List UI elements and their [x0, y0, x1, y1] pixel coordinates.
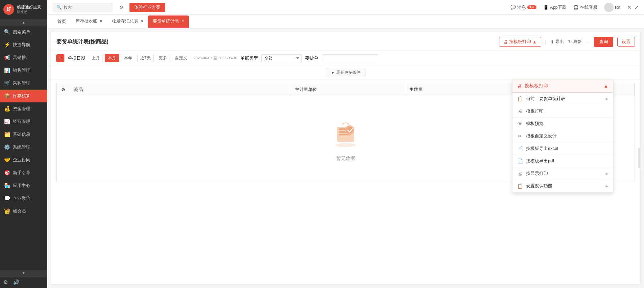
expand-more-btn[interactable]: ▼ 展开更多条件 [326, 68, 365, 77]
refresh-btn[interactable]: ↻ 刷新 [568, 39, 582, 45]
th-settings[interactable]: ⚙ [57, 84, 70, 96]
user-name: Rit [615, 5, 620, 10]
default-icon: 📋 [517, 183, 523, 189]
order-type-label: 要货单 [305, 55, 318, 61]
export-excel-label: 按模板导出excel [526, 146, 558, 152]
export-btn-label: 导出 [555, 39, 564, 45]
dropdown-item-export-pdf[interactable]: 📄 按模板导出pdf [513, 155, 613, 167]
dropdown-item-template-design[interactable]: ✏ 模板自定义设计 [513, 130, 613, 142]
settings-btn[interactable]: 设置 [617, 37, 635, 47]
tab-home[interactable]: 首页 [53, 16, 71, 27]
printer-icon: 🖨 [503, 39, 508, 44]
inventory-icon: 📦 [4, 93, 10, 99]
print-btn[interactable]: 🖨 按模板打印 ▲ [499, 37, 541, 47]
date-year-btn[interactable]: 本年 [121, 54, 135, 62]
sidebar-item-apps[interactable]: 🏪 应用中心 [0, 179, 47, 192]
empty-illustration [329, 117, 362, 150]
window-close-button[interactable]: ✕ [627, 4, 632, 10]
template-print-label: 模板打印 [526, 108, 544, 114]
date-more-btn[interactable]: 更多 [156, 54, 170, 62]
sidebar-item-marketing[interactable]: 📢 营销推广 [0, 51, 47, 64]
sidebar-item-operations[interactable]: 📈 经营管理 [0, 115, 47, 128]
filter-expand-toggle[interactable]: » [56, 54, 64, 62]
logo-sub: 标准版 [17, 10, 41, 14]
dropdown-item-export-excel[interactable]: 📄 按模板导出excel [513, 142, 613, 155]
sidebar-item-inventory[interactable]: 📦 库存核算 [0, 90, 47, 102]
app-download-item[interactable]: 📱 App下载 [543, 4, 566, 10]
sidebar-item-system[interactable]: ⚙️ 系统管理 [0, 141, 47, 154]
set-default-label: 设置默认功能 [526, 183, 552, 189]
sidebar-item-sales[interactable]: 📊 销售管理 [0, 64, 47, 77]
sidebar-item-guide[interactable]: 🎯 新手引导 [0, 166, 47, 179]
tab-close-icon[interactable]: ✕ [181, 19, 184, 23]
date-7days-btn[interactable]: 近7天 [137, 54, 154, 62]
sidebar-item-wechat[interactable]: 💬 企业微信 [0, 192, 47, 205]
sidebar-item-label: 应用中心 [13, 183, 30, 189]
sidebar-item-purchase[interactable]: 🛒 采购管理 [0, 77, 47, 90]
page-actions: 🖨 按模板打印 ▲ | ⬆ 导出 ↻ 刷新 ··· 查询 设置 [499, 37, 635, 47]
tab-close-icon[interactable]: ✕ [99, 19, 103, 23]
sidebar-scroll-up[interactable]: ▲ [0, 19, 47, 26]
sidebar-scroll-down[interactable]: ▼ [0, 270, 47, 276]
dropdown-header[interactable]: 🖨 按模板打印 ▲ [513, 79, 613, 93]
sidebar-item-quick-nav[interactable]: ⚡ 快捷导航 [0, 38, 47, 51]
sidebar-item-finance[interactable]: 💰 资金管理 [0, 102, 47, 115]
sidebar-item-membership[interactable]: 👑 畅会员 [0, 205, 47, 218]
dropdown-section-display-print[interactable]: 🖨 按显示打印 ▶ [513, 167, 613, 180]
type-select[interactable]: 全部 [261, 54, 302, 62]
guide-icon: 🎯 [4, 170, 10, 176]
page-content: 要货单统计表(按商品) 🖨 按模板打印 ▲ | ⬆ 导出 ↻ 刷新 [47, 28, 644, 288]
date-current-btn[interactable]: 本月 [105, 54, 119, 62]
sidebar-item-label: 新手引导 [13, 170, 30, 176]
order-type-input[interactable] [322, 54, 378, 62]
sidebar-item-search[interactable]: 🔍 搜索菜单 [0, 26, 47, 38]
user-avatar-item[interactable]: Rit [604, 3, 620, 12]
dropdown-current-template[interactable]: 📋 当前：要货单统计表 ▶ [513, 93, 613, 105]
tab-inventory-batch[interactable]: 库存批次账 ✕ [71, 15, 107, 28]
online-service-item[interactable]: 🎧 在线客服 [573, 4, 597, 10]
industry-btn[interactable]: 体验行业方案 [129, 3, 165, 12]
page-title: 要货单统计表(按商品) [56, 38, 109, 45]
window-maximize-button[interactable]: ⤢ [634, 4, 639, 10]
dropdown-item-template-print[interactable]: 🖨 模板打印 [513, 105, 613, 118]
topbar-search[interactable]: 🔍 [53, 3, 113, 11]
resize-handle[interactable] [638, 148, 640, 168]
query-btn[interactable]: 查询 [594, 37, 613, 47]
sidebar-item-label: 企业微信 [13, 195, 30, 201]
template-design-label: 模板自定义设计 [526, 133, 557, 139]
topbar-gear-icon[interactable]: ⚙ [117, 3, 125, 11]
tab-close-icon[interactable]: ✕ [140, 19, 143, 23]
svg-point-7 [342, 123, 344, 125]
dropdown-item-template-preview[interactable]: 👁 模板预览 [513, 118, 613, 130]
export-btn[interactable]: ⬆ 导出 [550, 39, 564, 45]
sidebar-item-label: 基础信息 [13, 131, 30, 137]
tab-receivables[interactable]: 收发存汇总表 ✕ [107, 15, 148, 28]
speaker-icon[interactable]: 🔊 [13, 279, 20, 285]
tab-order-stats[interactable]: 要货单统计表 ✕ [148, 15, 189, 28]
date-prev-btn[interactable]: 上月 [89, 54, 103, 62]
settings-icon[interactable]: ⚙ [3, 279, 8, 285]
marketing-icon: 📢 [4, 55, 10, 61]
template-preview-label: 模板预览 [526, 121, 544, 127]
finance-icon: 💰 [4, 106, 10, 112]
operations-icon: 📈 [4, 119, 10, 125]
topbar: 🔍 ⚙ 体验行业方案 💬 消息 99+ 📱 App下载 🎧 在线客服 Rit [47, 0, 644, 15]
dropdown-section-set-default[interactable]: 📋 设置默认功能 ▶ [513, 180, 613, 192]
sidebar-item-label: 系统管理 [13, 144, 30, 150]
chevron-up-icon: ▲ [532, 39, 537, 44]
type-filter-label: 单据类型 [240, 55, 258, 61]
pdf-icon: 📄 [517, 158, 523, 164]
service-icon: 🎧 [573, 5, 579, 10]
sidebar-item-enterprise[interactable]: 🤝 企业协同 [0, 154, 47, 166]
message-item[interactable]: 💬 消息 99+ [510, 4, 536, 10]
svg-point-0 [335, 143, 356, 147]
current-template-label: 当前：要货单统计表 [526, 96, 565, 102]
refresh-icon: ↻ [568, 39, 572, 44]
search-input[interactable] [64, 5, 104, 10]
online-service-label: 在线客服 [580, 4, 597, 10]
topbar-right: 💬 消息 99+ 📱 App下载 🎧 在线客服 Rit [510, 3, 620, 12]
sidebar-item-basic[interactable]: 🗂️ 基础信息 [0, 128, 47, 141]
template-icon: 📋 [517, 96, 523, 101]
date-custom-btn[interactable]: 自定义 [172, 54, 190, 62]
sidebar: 好 畅捷通好生意 标准版 ▲ 🔍 搜索菜单 ⚡ 快捷导航 📢 营销推广 📊 销售… [0, 0, 47, 288]
